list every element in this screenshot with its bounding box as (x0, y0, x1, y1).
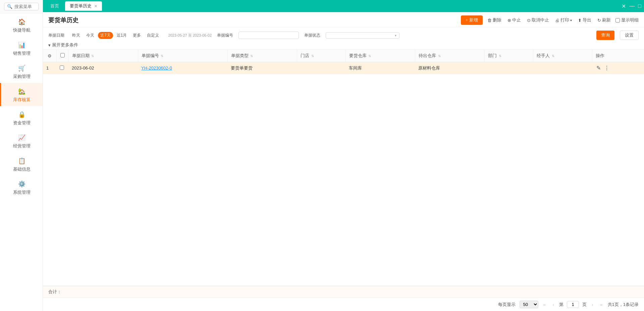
th-handler: 经手人 ⇅ (533, 50, 592, 62)
filter-row: 单据日期 昨天 今天 近7天 近1月 更多 自定义 2023-05-27 至 2… (48, 31, 639, 40)
bill-number-label: 单据编号 (217, 33, 233, 38)
sort-store-icon[interactable]: ⇅ (311, 54, 314, 58)
filter-area: 单据日期 昨天 今天 近7天 近1月 更多 自定义 2023-05-27 至 2… (43, 27, 644, 50)
sort-pending-warehouse-icon[interactable]: ⇅ (438, 54, 441, 58)
add-button[interactable]: + 新增 (461, 15, 483, 25)
th-date: 单据日期 ⇅ (68, 50, 138, 62)
date-btn-more[interactable]: 更多 (130, 32, 143, 39)
stop-icon: ⊗ (507, 18, 511, 23)
sidebar-item-sales[interactable]: 📊 销售管理 (0, 37, 43, 60)
settings-button[interactable]: 设置 (620, 31, 639, 40)
first-page-btn[interactable]: « (542, 301, 548, 308)
th-handler-label: 经手人 (537, 53, 550, 58)
sort-bill-no-icon[interactable]: ⇅ (161, 54, 163, 58)
last-page-btn[interactable]: » (598, 301, 604, 308)
th-checkbox (56, 50, 68, 62)
stop-button[interactable]: ⊗ 中止 (506, 16, 522, 25)
sales-icon: 📊 (18, 41, 25, 49)
date-btn-1month[interactable]: 近1月 (114, 32, 129, 39)
query-button[interactable]: 查询 (596, 31, 614, 40)
th-req-warehouse-label: 要货仓库 (349, 53, 367, 58)
page-input[interactable] (567, 301, 579, 308)
row-checkbox[interactable] (60, 65, 64, 70)
status-select[interactable]: ▾ (326, 32, 399, 39)
page-title: 要货单历史 (48, 16, 78, 24)
print-dropdown-icon: ▾ (570, 18, 572, 22)
sidebar-item-label: 快捷导航 (13, 27, 31, 33)
prev-page-btn[interactable]: ‹ (551, 301, 556, 308)
tab-home[interactable]: 首页 (46, 1, 64, 11)
sidebar-item-quick-nav[interactable]: 🏠 快捷导航 (0, 13, 43, 37)
delete-button[interactable]: 🗑 删除 (486, 16, 503, 25)
content-area: 要货单历史 + 新增 🗑 删除 ⊗ 中止 ⊙ 取消中止 🖨 打印 (43, 12, 644, 311)
date-filter-label: 单据日期 (48, 33, 64, 38)
status-dropdown-icon: ▾ (395, 34, 396, 37)
row-date: 2023-06-02 (68, 62, 138, 74)
print-icon: 🖨 (555, 18, 559, 23)
home-icon: 🏠 (18, 18, 25, 26)
bill-number-input[interactable] (238, 32, 299, 39)
tab-home-label: 首页 (50, 3, 59, 9)
sidebar-item-finance[interactable]: 🔒 资金管理 (0, 106, 43, 129)
th-department-label: 部门 (488, 53, 497, 58)
date-btn-7days[interactable]: 近7天 (98, 32, 113, 39)
sort-department-icon[interactable]: ⇅ (499, 54, 501, 58)
row-department (485, 62, 533, 74)
window-maximize-icon[interactable]: □ (638, 3, 641, 9)
export-label: 导出 (583, 17, 591, 23)
sort-req-warehouse-icon[interactable]: ⇅ (368, 54, 371, 58)
sort-handler-icon[interactable]: ⇅ (552, 54, 554, 58)
date-btn-custom[interactable]: 自定义 (145, 32, 161, 39)
date-btn-today[interactable]: 今天 (84, 32, 97, 39)
window-close-icon[interactable]: ✕ (622, 3, 626, 9)
table-footer: 合计： (43, 286, 644, 298)
delete-label: 删除 (493, 17, 501, 23)
show-detail-checkbox[interactable] (615, 18, 620, 23)
window-minimize-icon[interactable]: — (629, 3, 635, 9)
th-department: 部门 ⇅ (485, 50, 533, 62)
operations-icon: 📈 (18, 134, 25, 141)
row-pending-warehouse: 原材料仓库 (415, 62, 484, 74)
page-size-select[interactable]: 10 20 50 100 (520, 301, 538, 308)
expand-btn[interactable]: ▾ 展开更多条件 (48, 42, 639, 48)
select-all-checkbox[interactable] (60, 53, 65, 57)
pagination-bar: 每页显示 10 20 50 100 « ‹ 第 页 › » 共1页，1条记录 (43, 298, 644, 311)
show-detail-wrap: 显示明细 (615, 17, 639, 23)
refresh-icon: ↻ (597, 18, 601, 23)
export-button[interactable]: ⬆ 导出 (577, 16, 593, 25)
search-icon: 🔍 (7, 4, 12, 9)
date-btn-yesterday[interactable]: 昨天 (70, 32, 83, 39)
sort-date-icon[interactable]: ⇅ (91, 54, 94, 58)
row-edit-button[interactable]: ✎ (596, 65, 601, 71)
sidebar-item-inventory[interactable]: 🏡 库存核算 (0, 83, 43, 106)
tab-requisition-history[interactable]: 要货单历史 ✕ (65, 1, 102, 11)
sidebar-item-operations[interactable]: 📈 经营管理 (0, 129, 43, 152)
refresh-button[interactable]: ↻ 刷新 (596, 16, 612, 25)
th-store: 门店 ⇅ (297, 50, 345, 62)
bill-no-link[interactable]: YH-20230602-0 (141, 65, 172, 71)
settings-gear-icon[interactable]: ⚙ (48, 53, 52, 58)
row-more-button[interactable]: ⋮ (604, 65, 609, 71)
stop-label: 中止 (512, 17, 521, 23)
th-store-label: 门店 (301, 53, 309, 58)
cancel-stop-button[interactable]: ⊙ 取消中止 (526, 16, 550, 25)
sidebar-item-purchase[interactable]: 🛒 采购管理 (0, 60, 43, 83)
total-label: 共1页，1条记录 (608, 302, 639, 308)
th-settings: ⚙ (43, 50, 56, 62)
page-of-label: 页 (582, 302, 587, 308)
sidebar-item-system[interactable]: ⚙️ 系统管理 (0, 176, 43, 199)
expand-label: 展开更多条件 (52, 42, 78, 48)
sidebar-search-wrap[interactable]: 🔍 (4, 3, 39, 10)
th-pending-warehouse-label: 待出仓库 (419, 53, 436, 58)
print-button[interactable]: 🖨 打印 ▾ (554, 16, 573, 25)
system-icon: ⚙️ (18, 180, 25, 188)
sort-bill-type-icon[interactable]: ⇅ (250, 54, 253, 58)
next-page-btn[interactable]: › (590, 301, 595, 308)
table-wrap: ⚙ 单据日期 ⇅ 单据编号 ⇅ (43, 50, 644, 286)
tab-close-icon[interactable]: ✕ (94, 4, 97, 8)
purchase-icon: 🛒 (18, 64, 25, 72)
finance-icon: 🔒 (18, 111, 25, 118)
cancel-stop-icon: ⊙ (527, 18, 531, 23)
sidebar-search-input[interactable] (14, 4, 36, 9)
sidebar-item-basic[interactable]: 📋 基础信息 (0, 152, 43, 176)
